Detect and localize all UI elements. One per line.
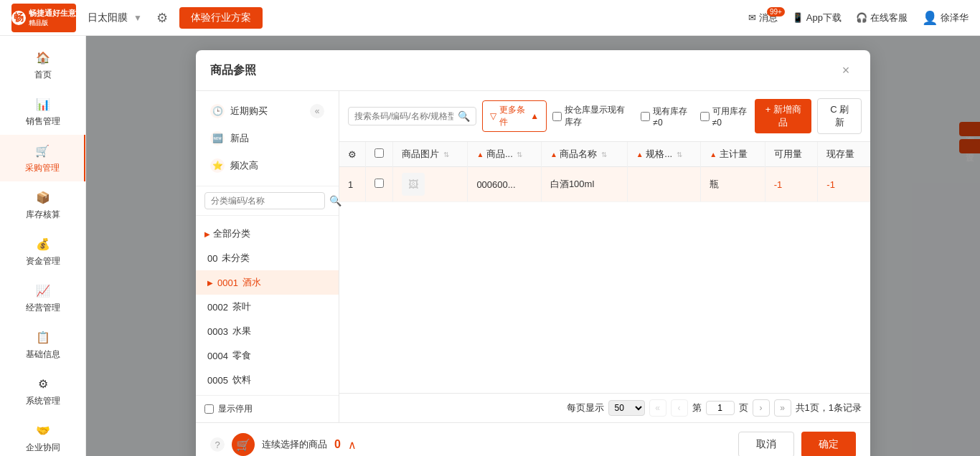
new-product-item[interactable]: 🆕 新品: [204, 127, 330, 150]
inventory-icon: 📦: [34, 189, 52, 206]
sidebar-item-sales[interactable]: 📊 销售管理: [0, 88, 85, 135]
collapse-btn[interactable]: «: [310, 104, 324, 118]
by-warehouse-checkbox[interactable]: [552, 112, 562, 121]
right-panel: 🔍 ▽ 更多条件 ▲ 按仓库显示现有库存: [339, 91, 870, 422]
refresh-button[interactable]: C 刷新: [817, 98, 862, 134]
last-page-btn[interactable]: »: [774, 399, 791, 417]
row-unit: 瓶: [701, 167, 765, 202]
sidebar-item-purchase[interactable]: 🛒 采购管理: [0, 135, 85, 181]
notifications-btn[interactable]: ✉ 消息 99+: [748, 11, 778, 24]
category-fruit[interactable]: 0003 水果: [196, 319, 339, 343]
th-image: 商品图片 ⇅: [393, 142, 468, 167]
category-beverage[interactable]: 0005 饮料: [196, 368, 339, 392]
recent-purchase-item[interactable]: 🕒 近期购买 «: [204, 100, 330, 123]
spec-sort-icon-left: ▲: [636, 151, 644, 158]
confirm-button[interactable]: 确定: [801, 432, 856, 456]
category-all[interactable]: ▶ 全部分类: [196, 222, 339, 246]
filter-checkboxes: 按仓库显示现有库存 现有库存≠0 可用库存≠0: [552, 104, 749, 128]
total-label: 共1页，1条记录: [796, 402, 862, 414]
row-image: 🖼: [393, 167, 468, 202]
help-icon[interactable]: ?: [210, 437, 225, 452]
page-number-input[interactable]: [706, 401, 735, 415]
sort-up-icon: ▲: [476, 151, 484, 158]
user-menu[interactable]: 👤 徐泽华: [922, 10, 969, 26]
category-search-input[interactable]: [204, 192, 325, 209]
next-page-btn[interactable]: ›: [753, 399, 770, 417]
left-panel-top: 🕒 近期购买 « 🆕 新品 ⭐ 频次高: [196, 91, 339, 186]
th-stock: 现存量: [818, 142, 870, 167]
show-disabled-checkbox[interactable]: [204, 404, 214, 414]
unit-sort-icon-left: ▲: [710, 151, 717, 158]
product-thumb: 🖼: [402, 173, 425, 196]
toolbar-right: + 新增商品 C 刷新: [755, 98, 862, 134]
row-select-checkbox[interactable]: [374, 179, 384, 188]
spec-sort-icon: ⇅: [677, 151, 682, 158]
prev-page-btn[interactable]: ‹: [671, 399, 688, 417]
sidebar-item-system[interactable]: ⚙ 系统管理: [0, 368, 85, 414]
product-search-input[interactable]: [354, 111, 453, 121]
settings-gear-icon[interactable]: ⚙: [348, 149, 357, 160]
frequent-item[interactable]: ⭐ 频次高: [204, 154, 330, 177]
sales-icon: 📊: [34, 95, 52, 113]
logo-text: 畅捷通好生意 精品版: [29, 8, 76, 28]
cart-collapse-icon[interactable]: ∧: [348, 438, 357, 452]
name-sort-icon: ⇅: [601, 151, 607, 158]
sidebar-item-operation[interactable]: 📈 经营管理: [0, 275, 85, 321]
sidebar-item-inventory[interactable]: 📦 库存核算: [0, 181, 85, 228]
by-warehouse-label[interactable]: 按仓库显示现有库存: [552, 104, 631, 128]
left-panel: 🕒 近期购买 « 🆕 新品 ⭐ 频次高: [196, 91, 339, 422]
store-dropdown[interactable]: 日太阳膜 ▼: [88, 11, 142, 24]
row-checkbox[interactable]: [366, 167, 393, 202]
left-panel-bottom: 显示停用: [196, 395, 339, 422]
notifications-badge: 99+: [767, 7, 785, 16]
sidebar-item-enterprise[interactable]: 🤝 企业协同: [0, 414, 85, 456]
category-search-row: 🔍: [196, 186, 339, 216]
per-page-select[interactable]: 50 100 200: [608, 400, 645, 416]
show-disabled-label[interactable]: 显示停用: [204, 403, 330, 415]
th-settings: ⚙: [339, 142, 366, 167]
pagination: 每页显示 50 100 200 « ‹ 第 页 ›: [339, 393, 870, 422]
th-unit: ▲ 主计量: [701, 142, 765, 167]
product-search-bar: 🔍: [348, 107, 476, 125]
active-arrow-icon: ▶: [207, 279, 213, 287]
filter-btn[interactable]: ▽ 更多条件 ▲: [482, 100, 547, 132]
settings-icon[interactable]: ⚙: [151, 6, 174, 29]
product-search-icon[interactable]: 🔍: [458, 110, 470, 122]
row-name: 白酒100ml: [541, 167, 627, 202]
category-unclassified[interactable]: 00 未分类: [196, 246, 339, 270]
cart-count: 0: [334, 438, 341, 451]
sidebar-item-home[interactable]: 🏠 首页: [0, 42, 85, 88]
filter-icon: ▽: [490, 111, 496, 121]
cta-button[interactable]: 体验行业方案: [179, 7, 263, 29]
basic-icon: 📋: [34, 328, 52, 346]
first-page-btn[interactable]: «: [649, 399, 666, 417]
navbar-right: ✉ 消息 99+ 📱 App下载 🎧 在线客服 👤 徐泽华: [748, 10, 969, 26]
nonzero-available-label[interactable]: 可用库存≠0: [700, 105, 749, 128]
app-download-btn[interactable]: 📱 App下载: [792, 11, 842, 24]
page-label: 页: [739, 402, 748, 414]
table-row[interactable]: 1 🖼 000600... 白酒100ml: [339, 167, 870, 202]
sidebar: 🏠 首页 📊 销售管理 🛒 采购管理 📦 库存核算 💰 资金管理 📈 经营管理 …: [0, 36, 86, 456]
category-tea[interactable]: 0002 茶叶: [196, 295, 339, 319]
modal-body: 🕒 近期购买 « 🆕 新品 ⭐ 频次高: [196, 91, 870, 422]
sidebar-item-finance[interactable]: 💰 资金管理: [0, 228, 85, 275]
row-index: 1: [339, 167, 366, 202]
add-product-button[interactable]: + 新增商品: [755, 99, 811, 133]
select-all-checkbox[interactable]: [374, 148, 384, 158]
nonzero-stock-label[interactable]: 现有库存≠0: [641, 105, 689, 128]
nonzero-stock-checkbox[interactable]: [641, 112, 650, 121]
nonzero-available-checkbox[interactable]: [700, 112, 710, 121]
product-table-container: ⚙ 商品图片 ⇅: [339, 142, 870, 393]
online-service-btn[interactable]: 🎧 在线客服: [856, 11, 908, 24]
dropdown-arrow-icon: ▼: [133, 13, 142, 23]
category-liquor[interactable]: ▶ 0001 酒水: [196, 270, 339, 295]
enterprise-icon: 🤝: [34, 422, 52, 439]
sidebar-item-basic[interactable]: 📋 基础信息: [0, 321, 85, 368]
home-icon: 🏠: [34, 49, 52, 66]
modal-close-button[interactable]: ×: [836, 60, 856, 80]
filter-arrow-icon: ▲: [530, 111, 539, 121]
new-icon: 🆕: [210, 131, 225, 146]
cart-icon[interactable]: 🛒: [232, 433, 255, 456]
cancel-button[interactable]: 取消: [738, 432, 794, 456]
category-snack[interactable]: 0004 零食: [196, 343, 339, 368]
